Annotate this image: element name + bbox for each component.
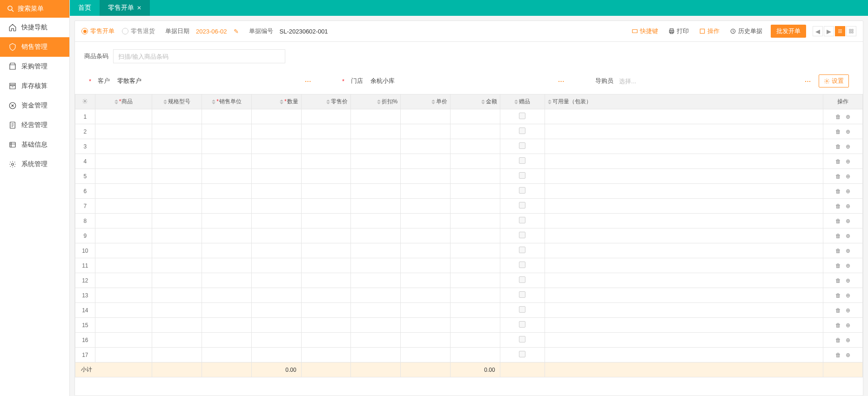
prev-button[interactable]: ◀ (813, 26, 823, 36)
cell-uprice[interactable] (401, 318, 451, 333)
sidebar-item-purchase[interactable]: 采购管理 (0, 57, 69, 76)
cell-discount[interactable] (351, 109, 401, 124)
cell-spec[interactable] (152, 348, 202, 362)
cell-discount[interactable] (351, 199, 401, 214)
add-row-button[interactable]: ⊕ (846, 307, 850, 314)
cell-uprice[interactable] (401, 184, 451, 199)
cell-amount[interactable] (450, 228, 500, 243)
cell-qty[interactable] (251, 228, 301, 243)
grid-view-button[interactable] (846, 26, 856, 36)
add-row-button[interactable]: ⊕ (846, 143, 850, 150)
delete-row-button[interactable]: 🗑 (835, 292, 841, 299)
col-product[interactable]: *商品 (95, 94, 152, 109)
cell-product[interactable] (95, 243, 152, 258)
cell-unit[interactable] (202, 288, 252, 303)
edit-icon[interactable]: ✎ (234, 28, 239, 35)
checkbox-icon[interactable] (519, 142, 525, 149)
cell-unit[interactable] (202, 214, 252, 228)
cell-product[interactable] (95, 169, 152, 184)
cell-price[interactable] (301, 139, 351, 154)
cell-amount[interactable] (450, 333, 500, 348)
add-row-button[interactable]: ⊕ (846, 158, 850, 165)
checkbox-icon[interactable] (519, 321, 525, 328)
cell-product[interactable] (95, 273, 152, 288)
cell-discount[interactable] (351, 303, 401, 318)
col-qty[interactable]: *数量 (251, 94, 301, 109)
close-icon[interactable]: ✕ (137, 5, 141, 11)
cell-uprice[interactable] (401, 333, 451, 348)
sidebar-item-base[interactable]: 基础信息 (0, 135, 69, 154)
cell-discount[interactable] (351, 139, 401, 154)
cell-price[interactable] (301, 199, 351, 214)
cell-gift[interactable] (500, 184, 545, 199)
col-unit[interactable]: *销售单位 (202, 94, 252, 109)
cell-price[interactable] (301, 303, 351, 318)
cell-product[interactable] (95, 303, 152, 318)
table-row[interactable]: 7 🗑 ⊕ (75, 199, 863, 214)
cell-discount[interactable] (351, 154, 401, 169)
cell-discount[interactable] (351, 214, 401, 228)
cell-unit[interactable] (202, 169, 252, 184)
cell-discount[interactable] (351, 333, 401, 348)
cell-amount[interactable] (450, 288, 500, 303)
sidebar-item-system[interactable]: 系统管理 (0, 154, 69, 174)
cell-product[interactable] (95, 124, 152, 139)
add-row-button[interactable]: ⊕ (846, 173, 850, 180)
print-button[interactable]: 打印 (666, 27, 691, 35)
table-row[interactable]: 12 🗑 ⊕ (75, 273, 863, 288)
cell-spec[interactable] (152, 199, 202, 214)
delete-row-button[interactable]: 🗑 (835, 173, 841, 180)
cell-qty[interactable] (251, 109, 301, 124)
cell-product[interactable] (95, 258, 152, 273)
cell-uprice[interactable] (401, 288, 451, 303)
cell-amount[interactable] (450, 303, 500, 318)
cell-discount[interactable] (351, 228, 401, 243)
delete-row-button[interactable]: 🗑 (835, 337, 841, 343)
cell-price[interactable] (301, 124, 351, 139)
cell-product[interactable] (95, 184, 152, 199)
checkbox-icon[interactable] (519, 172, 525, 179)
list-view-button[interactable] (835, 26, 845, 36)
col-gear[interactable] (75, 94, 95, 109)
add-row-button[interactable]: ⊕ (846, 233, 850, 239)
col-available[interactable]: 可用量（包装） (545, 94, 823, 109)
cell-amount[interactable] (450, 139, 500, 154)
cell-spec[interactable] (152, 333, 202, 348)
cell-qty[interactable] (251, 184, 301, 199)
cell-spec[interactable] (152, 303, 202, 318)
cell-unit[interactable] (202, 199, 252, 214)
cell-uprice[interactable] (401, 124, 451, 139)
cell-unit[interactable] (202, 124, 252, 139)
store-value[interactable]: 余杭小库 (368, 77, 551, 85)
cell-product[interactable] (95, 214, 152, 228)
cell-qty[interactable] (251, 243, 301, 258)
cell-gift[interactable] (500, 169, 545, 184)
cell-spec[interactable] (152, 228, 202, 243)
cell-price[interactable] (301, 333, 351, 348)
cell-price[interactable] (301, 228, 351, 243)
cell-product[interactable] (95, 199, 152, 214)
tab-retail-order[interactable]: 零售开单 ✕ (100, 0, 150, 16)
delete-row-button[interactable]: 🗑 (835, 277, 841, 284)
cell-product[interactable] (95, 288, 152, 303)
add-row-button[interactable]: ⊕ (846, 188, 850, 195)
table-row[interactable]: 6 🗑 ⊕ (75, 184, 863, 199)
add-row-button[interactable]: ⊕ (846, 262, 850, 269)
checkbox-icon[interactable] (519, 113, 525, 119)
cell-gift[interactable] (500, 139, 545, 154)
checkbox-icon[interactable] (519, 247, 525, 253)
table-row[interactable]: 3 🗑 ⊕ (75, 139, 863, 154)
delete-row-button[interactable]: 🗑 (835, 233, 841, 239)
cell-qty[interactable] (251, 303, 301, 318)
delete-row-button[interactable]: 🗑 (835, 262, 841, 269)
cell-gift[interactable] (500, 199, 545, 214)
add-row-button[interactable]: ⊕ (846, 277, 850, 284)
table-row[interactable]: 9 🗑 ⊕ (75, 228, 863, 243)
table-row[interactable]: 14 🗑 ⊕ (75, 303, 863, 318)
table-row[interactable]: 15 🗑 ⊕ (75, 318, 863, 333)
cell-uprice[interactable] (401, 154, 451, 169)
batch-order-button[interactable]: 批发开单 (771, 25, 806, 38)
cell-unit[interactable] (202, 333, 252, 348)
checkbox-icon[interactable] (519, 336, 525, 342)
add-row-button[interactable]: ⊕ (846, 128, 850, 135)
